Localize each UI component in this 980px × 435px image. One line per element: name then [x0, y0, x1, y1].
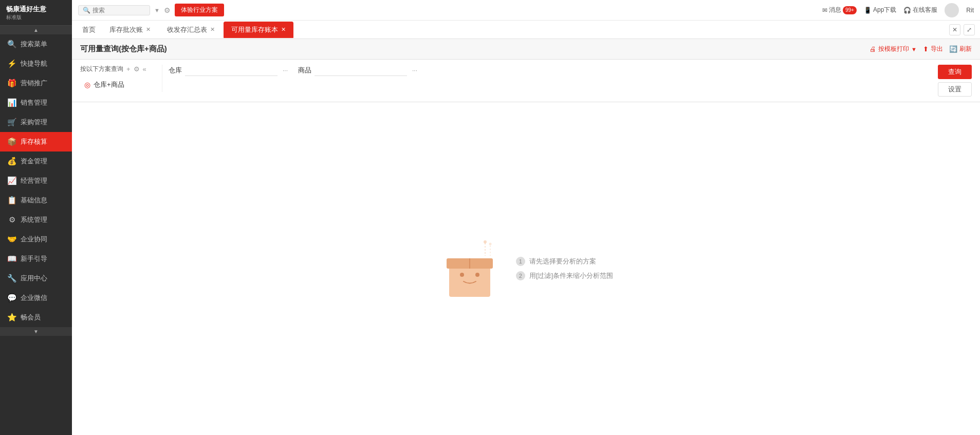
svg-point-4 — [475, 273, 479, 277]
guide-icon: 📖 — [7, 254, 16, 263]
sidebar-item-search[interactable]: 🔍 搜索菜单 — [0, 34, 72, 54]
gear-icon[interactable]: ⚙ — [164, 6, 171, 14]
app-name: 畅康通好生意 — [6, 5, 66, 14]
sidebar-scroll-up[interactable]: ▲ — [0, 26, 72, 34]
add-scheme-icon[interactable]: + — [126, 65, 131, 73]
chevron-down-icon[interactable]: ▼ — [154, 7, 160, 13]
empty-svg — [439, 238, 501, 299]
marketing-icon: 🎁 — [7, 79, 16, 88]
tabs-bar: 首页 库存批次账 ✕ 收发存汇总表 ✕ 可用量库存账本 ✕ ✕ ⤢ — [72, 21, 980, 39]
sidebar-item-label: 基础信息 — [21, 196, 65, 205]
sidebar-item-label: 应用中心 — [21, 274, 65, 283]
query-panel: 按以下方案查询 + ⚙ « ◎ 仓库+商品 仓库 ··· 商品 — [72, 60, 980, 102]
sales-icon: 📊 — [7, 98, 16, 107]
shortcuts-icon: ⚡ — [7, 59, 16, 68]
sidebar: 畅康通好生意 标准版 ▲ 🔍 搜索菜单 ⚡ 快捷导航 🎁 营销推广 📊 销售管理… — [0, 0, 72, 435]
tab-batch-account[interactable]: 库存批次账 ✕ — [102, 22, 158, 38]
operations-icon: 📈 — [7, 176, 16, 185]
empty-text: 1 请先选择要分析的方案 2 用[过滤]条件来缩小分析范围 — [516, 257, 613, 280]
refresh-label: 刷新 — [959, 45, 972, 53]
main-area: 🔍 ▼ ⚙ 体验行业方案 ✉ 消息 99+ 📱 App下载 🎧 在线客服 Rit — [72, 0, 980, 435]
sidebar-item-label: 销售管理 — [21, 98, 65, 107]
tab-close-icon[interactable]: ✕ — [281, 26, 286, 33]
filter-warehouse-more-btn[interactable]: ··· — [281, 66, 290, 75]
page-title: 可用量查询(按仓库+商品) — [80, 44, 167, 54]
filter-warehouse-label: 仓库 — [169, 66, 182, 75]
collapse-icon[interactable]: « — [143, 65, 146, 73]
settings-button[interactable]: 设置 — [938, 82, 972, 97]
filter-product-input[interactable] — [315, 65, 407, 76]
message-label: 消息 — [829, 6, 841, 14]
system-icon: ⚙ — [7, 215, 16, 224]
content-area: 可用量查询(按仓库+商品) 🖨 按模板打印 ▼ ⬆ 导出 🔄 刷新 — [72, 39, 980, 435]
empty-state: 1 请先选择要分析的方案 2 用[过滤]条件来缩小分析范围 — [72, 102, 980, 435]
export-action[interactable]: ⬆ 导出 — [923, 45, 943, 53]
inventory-icon: 📦 — [7, 137, 16, 146]
sidebar-item-wechat[interactable]: 💬 企业微信 — [0, 288, 72, 308]
trial-button[interactable]: 体验行业方案 — [175, 4, 224, 16]
topbar-search-box[interactable]: 🔍 — [78, 5, 150, 15]
sidebar-item-enterprise[interactable]: 🤝 企业协同 — [0, 230, 72, 249]
app-logo: 畅康通好生意 标准版 — [0, 0, 72, 26]
sidebar-item-system[interactable]: ⚙ 系统管理 — [0, 210, 72, 230]
sidebar-item-sales[interactable]: 📊 销售管理 — [0, 93, 72, 112]
filter-product-label: 商品 — [298, 66, 311, 75]
step-1-circle: 1 — [516, 257, 525, 266]
online-service-button[interactable]: 🎧 在线客服 — [903, 6, 937, 14]
tab-close-icon[interactable]: ✕ — [146, 26, 151, 33]
sidebar-item-purchase[interactable]: 🛒 采购管理 — [0, 112, 72, 132]
tab-home[interactable]: 首页 — [77, 22, 101, 37]
tab-label: 库存批次账 — [109, 25, 143, 34]
sidebar-item-app-center[interactable]: 🔧 应用中心 — [0, 269, 72, 288]
sidebar-item-shortcuts[interactable]: ⚡ 快捷导航 — [0, 54, 72, 73]
online-service-label: 在线客服 — [913, 6, 937, 14]
sidebar-item-basic-info[interactable]: 📋 基础信息 — [0, 191, 72, 210]
app-edition: 标准版 — [6, 14, 66, 21]
print-label: 按模板打印 — [878, 45, 909, 53]
app-center-icon: 🔧 — [7, 274, 16, 283]
export-label: 导出 — [931, 45, 943, 53]
username[interactable]: Rit — [966, 7, 974, 14]
filter-warehouse-input[interactable] — [185, 65, 278, 76]
query-button[interactable]: 查询 — [938, 65, 972, 79]
maximize-tab-button[interactable]: ⤢ — [964, 24, 975, 35]
enterprise-icon: 🤝 — [7, 235, 16, 244]
avatar — [945, 3, 959, 17]
scheme-item-label: 仓库+商品 — [94, 80, 124, 89]
topbar: 🔍 ▼ ⚙ 体验行业方案 ✉ 消息 99+ 📱 App下载 🎧 在线客服 Rit — [72, 0, 980, 21]
sidebar-item-label: 库存核算 — [21, 137, 65, 146]
app-download-label: App下载 — [873, 6, 896, 14]
app-download-button[interactable]: 📱 App下载 — [864, 6, 896, 14]
empty-step-1-text: 请先选择要分析的方案 — [529, 257, 596, 266]
tab-summary[interactable]: 收发存汇总表 ✕ — [159, 22, 223, 38]
sidebar-item-vip[interactable]: ⭐ 畅会员 — [0, 308, 72, 327]
sidebar-item-guide[interactable]: 📖 新手引导 — [0, 249, 72, 269]
tab-close-icon[interactable]: ✕ — [210, 26, 215, 33]
page-header: 可用量查询(按仓库+商品) 🖨 按模板打印 ▼ ⬆ 导出 🔄 刷新 — [72, 39, 980, 60]
sidebar-item-operations[interactable]: 📈 经营管理 — [0, 171, 72, 191]
empty-step-2: 2 用[过滤]条件来缩小分析范围 — [516, 271, 613, 280]
sidebar-item-finance[interactable]: 💰 资金管理 — [0, 152, 72, 171]
sidebar-item-inventory[interactable]: 📦 库存核算 — [0, 132, 72, 152]
message-button[interactable]: ✉ 消息 99+ — [822, 6, 857, 14]
tab-available-ledger[interactable]: 可用量库存账本 ✕ — [224, 22, 293, 38]
sidebar-scroll-down[interactable]: ▼ — [0, 327, 72, 336]
search-input[interactable] — [93, 7, 144, 14]
scheme-item-warehouse[interactable]: ◎ 仓库+商品 — [80, 78, 156, 92]
query-actions: 查询 设置 — [938, 65, 972, 97]
purchase-icon: 🛒 — [7, 118, 16, 127]
sidebar-item-label: 企业微信 — [21, 293, 65, 302]
filter-product-more-btn[interactable]: ··· — [410, 66, 419, 75]
export-icon: ⬆ — [923, 45, 929, 53]
scheme-settings-icon[interactable]: ⚙ — [134, 65, 140, 73]
refresh-action[interactable]: 🔄 刷新 — [949, 45, 972, 53]
print-chevron-icon[interactable]: ▼ — [911, 46, 917, 52]
empty-step-1: 1 请先选择要分析的方案 — [516, 257, 613, 266]
sidebar-item-label: 畅会员 — [21, 313, 65, 322]
close-tab-button[interactable]: ✕ — [949, 24, 960, 35]
sidebar-item-marketing[interactable]: 🎁 营销推广 — [0, 73, 72, 93]
svg-point-3 — [460, 273, 464, 277]
print-action[interactable]: 🖨 按模板打印 ▼ — [870, 45, 917, 53]
search-icon: 🔍 — [83, 7, 90, 14]
refresh-icon: 🔄 — [949, 45, 957, 53]
